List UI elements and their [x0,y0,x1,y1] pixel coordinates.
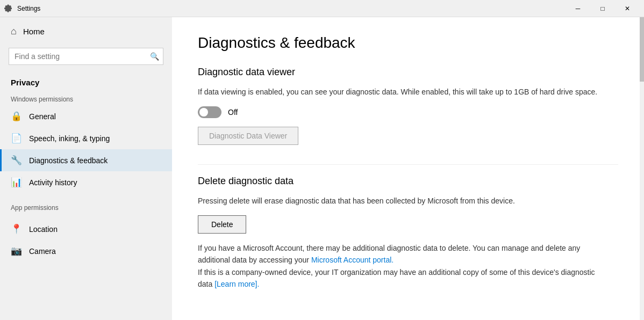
viewer-section-title: Diagnostic data viewer [198,67,618,78]
app-body: ⌂ Home 🔍 Privacy Windows permissions 🔒 G… [0,17,644,320]
delete-button[interactable]: Delete [198,215,246,234]
nav-item-activity[interactable]: 📊 Activity history [0,171,172,193]
scrollbar-thumb[interactable] [640,17,644,82]
nav-label-general: General [29,112,56,121]
search-box: 🔍 [9,48,163,65]
privacy-header: Privacy [0,74,172,89]
delete-description: Pressing delete will erase diagnostic da… [198,195,606,207]
general-icon: 🔒 [11,111,22,122]
home-label: Home [23,27,45,36]
toggle-off-label: Off [228,108,238,117]
sidebar: ⌂ Home 🔍 Privacy Windows permissions 🔒 G… [0,17,172,320]
content-area: Diagnostics & feedback Diagnostic data v… [172,17,644,320]
location-icon: 📍 [11,223,22,235]
nav-label-activity: Activity history [29,178,77,187]
app-permissions-label: App permissions [0,198,172,214]
title-bar: Settings ─ □ ✕ [0,0,644,17]
toggle-thumb [199,108,208,117]
diagnostics-icon: 🔧 [11,155,22,166]
camera-icon: 📷 [11,245,22,257]
windows-permissions-label: Windows permissions [0,89,172,105]
nav-item-location[interactable]: 📍 Location [0,218,172,240]
nav-label-diagnostics: Diagnostics & feedback [29,156,108,165]
home-icon: ⌂ [11,26,17,37]
nav-label-camera: Camera [29,247,56,256]
minimize-button[interactable]: ─ [566,0,590,17]
home-nav-item[interactable]: ⌂ Home [0,17,172,46]
search-input[interactable] [9,48,163,65]
section-divider [198,164,618,165]
search-icon: 🔍 [150,52,159,61]
diagnostic-data-viewer-button[interactable]: Diagnostic Data Viewer [198,127,298,145]
activity-icon: 📊 [11,177,22,188]
window-title: Settings [17,5,566,12]
maximize-button[interactable]: □ [590,0,615,17]
page-title: Diagnostics & feedback [198,34,618,52]
nav-item-speech[interactable]: 📄 Speech, inking, & typing [0,127,172,149]
nav-label-location: Location [29,225,58,234]
toggle-row: Off [198,106,618,118]
nav-label-speech: Speech, inking, & typing [29,134,110,143]
nav-item-diagnostics[interactable]: 🔧 Diagnostics & feedback [0,149,172,171]
data-viewer-toggle[interactable] [198,106,221,118]
settings-icon [4,4,13,13]
toggle-track [198,106,221,118]
scrollbar-track[interactable] [640,17,644,320]
close-button[interactable]: ✕ [615,0,640,17]
delete-info-text: If you have a Microsoft Account, there m… [198,242,606,290]
nav-item-camera[interactable]: 📷 Camera [0,240,172,262]
viewer-description: If data viewing is enabled, you can see … [198,86,606,98]
nav-item-general[interactable]: 🔒 General [0,105,172,127]
microsoft-account-link[interactable]: Microsoft Account portal. [311,256,393,264]
window-controls: ─ □ ✕ [566,0,640,17]
speech-icon: 📄 [11,133,22,144]
delete-section-title: Delete diagnostic data [198,176,618,187]
learn-more-link[interactable]: [Learn more]. [214,280,259,288]
